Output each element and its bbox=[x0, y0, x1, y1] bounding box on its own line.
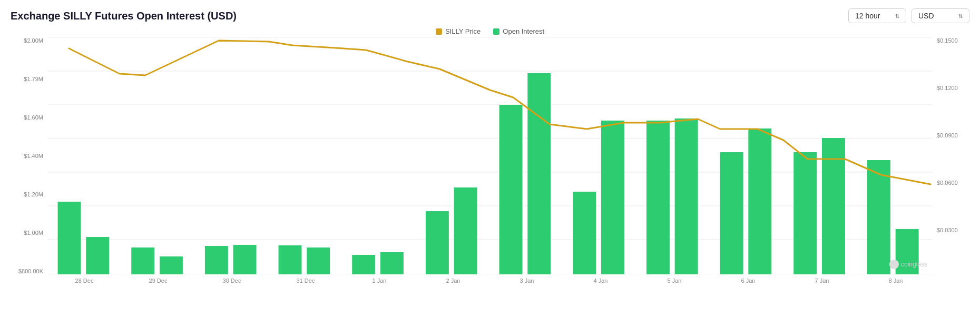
chevron-updown-icon: ⇅ bbox=[895, 13, 899, 19]
bar-29dec-1 bbox=[131, 247, 154, 274]
open-interest-label: Open Interest bbox=[503, 27, 544, 35]
y-right-label-2: $0.0900 bbox=[937, 132, 958, 138]
bar-1jan-2 bbox=[380, 252, 404, 274]
chart-svg bbox=[47, 37, 933, 274]
y-left-label-4: $1.20M bbox=[24, 191, 43, 197]
chart-header: Exchange SILLY Futures Open Interest (US… bbox=[11, 8, 969, 23]
y-right-label-4: $0.0300 bbox=[937, 227, 958, 233]
y-left-label-5: $1.00M bbox=[24, 230, 43, 236]
bar-31dec-2 bbox=[307, 247, 330, 274]
x-label-4jan: 4 Jan bbox=[564, 278, 638, 284]
bar-2jan-2 bbox=[454, 187, 477, 274]
bar-31dec-1 bbox=[279, 245, 302, 274]
x-label-30dec: 30 Dec bbox=[195, 278, 269, 284]
time-dropdown-label: 12 hour bbox=[855, 12, 880, 20]
y-right-label-3: $0.0600 bbox=[937, 180, 958, 186]
currency-dropdown-label: USD bbox=[918, 12, 934, 20]
y-left-label-6: $800.00K bbox=[18, 268, 43, 274]
open-interest-swatch bbox=[493, 28, 499, 35]
chevron-down-icon: ⇅ bbox=[958, 13, 963, 19]
time-dropdown[interactable]: 12 hour ⇅ bbox=[848, 8, 906, 23]
chart-area: $2.00M $1.79M $1.60M $1.40M $1.20M $1.00… bbox=[11, 37, 969, 295]
bar-30dec-2 bbox=[233, 245, 257, 274]
bar-5jan-1 bbox=[646, 121, 670, 274]
x-label-8jan: 8 Jan bbox=[859, 278, 933, 284]
x-label-3jan: 3 Jan bbox=[490, 278, 564, 284]
watermark: coinglass bbox=[889, 260, 927, 269]
x-label-28dec: 28 Dec bbox=[47, 278, 121, 284]
x-label-1jan: 1 Jan bbox=[342, 278, 416, 284]
bar-30dec-1 bbox=[205, 246, 228, 274]
watermark-text: coinglass bbox=[901, 261, 927, 268]
legend-open-interest: Open Interest bbox=[493, 27, 544, 35]
silly-price-label: SILLY Price bbox=[445, 27, 481, 35]
watermark-icon bbox=[889, 260, 899, 269]
bar-28dec-2 bbox=[86, 237, 109, 274]
y-left-label-2: $1.60M bbox=[24, 114, 43, 121]
silly-price-swatch bbox=[436, 28, 442, 35]
y-axis-right: $0.1500 $0.1200 $0.0900 $0.0600 $0.0300 bbox=[933, 37, 969, 274]
bar-29dec-2 bbox=[160, 256, 183, 274]
y-left-label-1: $1.79M bbox=[24, 76, 43, 82]
main-container: Exchange SILLY Futures Open Interest (US… bbox=[0, 0, 980, 317]
bar-3jan-2 bbox=[527, 73, 551, 274]
x-label-29dec: 29 Dec bbox=[121, 278, 195, 284]
legend-silly-price: SILLY Price bbox=[436, 27, 481, 35]
chart-legend: SILLY Price Open Interest bbox=[11, 27, 969, 35]
y-axis-left: $2.00M $1.79M $1.60M $1.40M $1.20M $1.00… bbox=[11, 37, 47, 274]
bar-7jan-1 bbox=[793, 152, 817, 274]
bar-4jan-1 bbox=[573, 192, 596, 274]
controls-group: 12 hour ⇅ USD ⇅ bbox=[848, 8, 969, 23]
y-left-label-3: $1.40M bbox=[24, 153, 43, 159]
bar-5jan-2 bbox=[675, 118, 698, 274]
bar-6jan-1 bbox=[720, 152, 743, 274]
chart-plot bbox=[47, 37, 933, 274]
bar-3jan-1 bbox=[499, 105, 523, 274]
bar-2jan-1 bbox=[426, 211, 449, 274]
y-right-label-0: $0.1500 bbox=[937, 37, 958, 44]
bar-8jan-1 bbox=[867, 160, 890, 274]
chart-title: Exchange SILLY Futures Open Interest (US… bbox=[11, 10, 237, 22]
x-label-31dec: 31 Dec bbox=[269, 278, 342, 284]
y-left-label-0: $2.00M bbox=[24, 37, 43, 44]
x-label-6jan: 6 Jan bbox=[711, 278, 785, 284]
bar-28dec-1 bbox=[58, 202, 81, 274]
x-label-2jan: 2 Jan bbox=[416, 278, 490, 284]
y-right-label-1: $0.1200 bbox=[937, 85, 958, 91]
x-label-7jan: 7 Jan bbox=[785, 278, 859, 284]
bar-1jan-1 bbox=[352, 255, 375, 274]
currency-dropdown[interactable]: USD ⇅ bbox=[912, 8, 969, 23]
x-label-5jan: 5 Jan bbox=[638, 278, 711, 284]
bar-6jan-2 bbox=[748, 128, 771, 274]
x-axis: 28 Dec 29 Dec 30 Dec 31 Dec 1 Jan 2 Jan … bbox=[47, 274, 933, 295]
bar-4jan-2 bbox=[601, 121, 624, 274]
